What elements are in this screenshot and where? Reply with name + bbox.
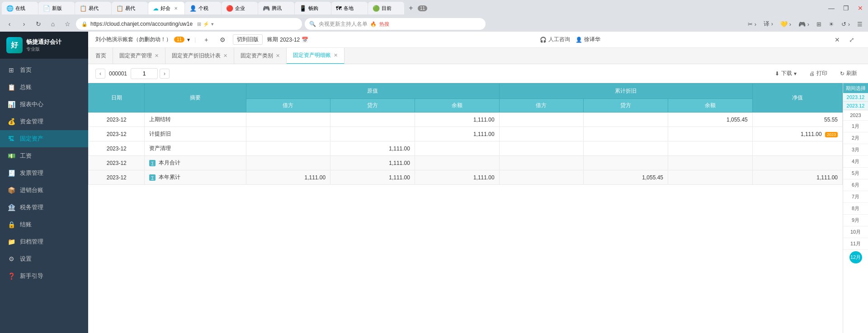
new-tab-button[interactable]: + [405, 2, 417, 14]
top-bar-right: 🎧 人工咨询 👤 徐译华 [540, 36, 600, 43]
sidebar-item-closing[interactable]: 🔒 结账 [0, 216, 88, 233]
avatar-icon: 👤 [576, 37, 582, 43]
grid-icon[interactable]: ⊞ [815, 20, 823, 28]
header-date: 日期 [89, 84, 145, 113]
close-browser-button[interactable]: ✕ [854, 2, 866, 14]
period-month-9[interactable]: 9月 [843, 215, 868, 226]
wallet-icon[interactable]: 💛 › [778, 20, 793, 28]
sidebar-item-stockledger[interactable]: 📦 进销台账 [0, 182, 88, 199]
user-avatar-button[interactable]: 👤 徐译华 [576, 36, 600, 43]
period-label: 账期 [267, 36, 278, 43]
tab-close-asset-detail[interactable]: ✕ [334, 52, 338, 58]
calendar-icon[interactable]: 📅 [302, 37, 308, 43]
tab-close-asset-category[interactable]: ✕ [276, 53, 280, 59]
history-icon[interactable]: ↺ › [840, 20, 852, 28]
refresh-button[interactable]: ↻ 刷新 [836, 68, 861, 79]
browser-tab-yidai1[interactable]: 📋 易代 [75, 2, 111, 14]
add-account-button[interactable]: + [200, 34, 212, 46]
sidebar-item-funds[interactable]: 💰 资金管理 [0, 113, 88, 130]
period-month-12[interactable]: 12月 [849, 251, 862, 264]
sub-orig-credit: 贷方 [330, 99, 415, 113]
sidebar-item-payroll[interactable]: 💵 工资 [0, 147, 88, 164]
tab-close-asset-mgmt[interactable]: ✕ [155, 53, 159, 59]
brightness-icon[interactable]: ☀ [827, 20, 836, 28]
period-month-2[interactable]: 2月 [843, 132, 868, 144]
period-month-3[interactable]: 3月 [843, 144, 868, 156]
username-label: 徐译华 [584, 36, 600, 43]
page-tab-depreciation-table[interactable]: 固定资产折旧统计表 ✕ [165, 48, 234, 64]
browser-tab-geshui[interactable]: 👤 个税 [185, 2, 221, 14]
header-accumulated-dep: 累计折旧 [499, 84, 752, 99]
switch-version-button[interactable]: 切到旧版 [233, 34, 263, 45]
period-month-7[interactable]: 7月 [843, 191, 868, 203]
user-info[interactable]: 刘小艳演示账套（勿删勿动！） 11 ▾ [95, 36, 190, 43]
header-summary: 摘要 [145, 84, 246, 113]
page-number-input[interactable] [131, 68, 158, 79]
tab-close-dep-table[interactable]: ✕ [223, 53, 227, 59]
period-month-4[interactable]: 4月 [843, 156, 868, 168]
settings-small-button[interactable]: ⚙ [217, 34, 228, 46]
sidebar-item-archive[interactable]: 📁 归档管理 [0, 233, 88, 250]
period-month-10[interactable]: 10月 [843, 226, 868, 238]
search-placeholder-text: 央视更新主持人名单 [319, 20, 368, 28]
sidebar-label-payroll: 工资 [20, 152, 32, 160]
scissors-icon[interactable]: ✂ › [746, 20, 758, 28]
tab-bar: 🌐 在线 📄 新版 📋 易代 📋 易代 ☁ 好会 ✕ 👤 个税 [0, 0, 868, 16]
page-tab-home[interactable]: 首页 [95, 48, 113, 64]
period-month-5[interactable]: 5月 [843, 168, 868, 179]
sidebar-item-settings[interactable]: ⚙ 设置 [0, 250, 88, 267]
forward-button[interactable]: › [18, 18, 30, 30]
closing-icon: 🔒 [7, 221, 15, 228]
service-button[interactable]: 🎧 人工咨询 [540, 36, 570, 43]
sidebar-item-reports[interactable]: 📊 报表中心 [0, 96, 88, 113]
game-icon[interactable]: 🎮 › [797, 20, 811, 28]
cell-orig-balance-5: 1,111.00 [415, 170, 499, 185]
browser-tab-tengxun[interactable]: 🎮 腾讯 [258, 2, 294, 14]
restore-button[interactable]: ❐ [840, 2, 852, 14]
expand-button[interactable]: ⤢ [846, 34, 857, 45]
sidebar-item-fixed-assets[interactable]: 🏗 固定资产 [0, 130, 88, 147]
tab-close-haohui[interactable]: ✕ [174, 6, 178, 11]
browser-tab-xinban[interactable]: 📄 新版 [38, 2, 75, 14]
address-bar[interactable]: 🔒 https://cloud.chanjet.com/accounting/u… [76, 18, 302, 30]
cell-dep-balance-2 [668, 127, 753, 141]
sidebar-item-guide[interactable]: ❓ 新手引导 [0, 267, 88, 285]
sidebar-item-invoice[interactable]: 🧾 发票管理 [0, 164, 88, 182]
browser-tab-qiye[interactable]: 🔴 企业 [222, 2, 258, 14]
period-month-8[interactable]: 8月 [843, 203, 868, 215]
edition-label: 专业版 [26, 46, 61, 52]
prev-page-button[interactable]: ‹ [95, 69, 105, 79]
period-year[interactable]: 2023 [843, 110, 868, 121]
translate-icon[interactable]: 译 › [762, 19, 775, 29]
home-button[interactable]: ⌂ [47, 18, 59, 30]
browser-tab-changgou[interactable]: 📱 畅购 [295, 2, 331, 14]
download-button[interactable]: ⬇ 下载 ▾ [771, 68, 800, 79]
minimize-button[interactable]: — [826, 2, 837, 14]
browser-tab-muqian[interactable]: 🟢 目前 [368, 2, 404, 14]
close-tab-button[interactable]: ✕ [832, 34, 843, 45]
period-month-6[interactable]: 6月 [843, 179, 868, 191]
page-tab-fixed-asset-mgmt[interactable]: 固定资产管理 ✕ [113, 48, 165, 64]
next-page-button[interactable]: › [160, 69, 170, 79]
bookmark-button[interactable]: ☆ [61, 18, 73, 30]
tab-label-home: 首页 [95, 52, 106, 60]
search-bar[interactable]: 🔍 央视更新主持人名单 🔥 热搜 [305, 18, 486, 30]
browser-tab-gedi[interactable]: 🗺 各地 [331, 2, 368, 14]
page-tab-asset-detail[interactable]: 固定资产明细账 ✕ [287, 48, 344, 64]
period-month-11[interactable]: 11月 [843, 238, 868, 250]
print-button[interactable]: 🖨 打印 [806, 68, 831, 79]
sidebar-item-ledger[interactable]: 📋 总账 [0, 79, 88, 96]
cell-date-3: 2023-12 [89, 141, 145, 156]
browser-tab-yidai2[interactable]: 📋 易代 [112, 2, 148, 14]
back-button[interactable]: ‹ [4, 18, 15, 30]
download-dropdown-icon: ▾ [794, 70, 797, 77]
sidebar-item-home[interactable]: ⊞ 首页 [0, 61, 88, 79]
page-tab-asset-category[interactable]: 固定资产类别 ✕ [234, 48, 287, 64]
sidebar-item-tax[interactable]: 🏦 税务管理 [0, 199, 88, 216]
reload-button[interactable]: ↻ [33, 18, 44, 30]
browser-tab-haohui[interactable]: ☁ 好会 ✕ [148, 2, 184, 14]
period-month-1[interactable]: 1月 [843, 121, 868, 132]
browser-tab-online[interactable]: 🌐 在线 [2, 2, 38, 14]
menu-icon[interactable]: ☰ [855, 20, 864, 28]
table-row: 2023-12 上期结转 1,111.00 1,055.45 55.55 [89, 113, 843, 127]
